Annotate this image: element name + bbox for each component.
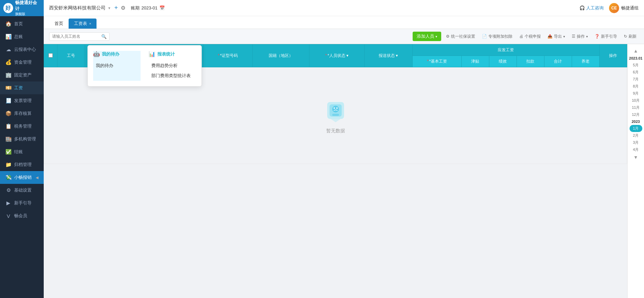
timeline-month-6[interactable]: 6月: [630, 69, 642, 76]
popup-item-dept-stats[interactable]: 部门费用类型统计表: [149, 71, 196, 81]
timeline-month-3[interactable]: 3月: [630, 139, 642, 146]
add-employee-button[interactable]: 添加人员 ▾: [413, 32, 441, 41]
sidebar-item-multi-org[interactable]: 🏬 多机构管理: [0, 133, 44, 145]
special-deduction-btn[interactable]: 📄 专项附加扣除: [480, 32, 515, 41]
svg-point-4: [334, 107, 335, 109]
settings-gear-icon[interactable]: ⚙: [121, 5, 125, 11]
logo-icon: 好: [3, 3, 13, 13]
timeline-month-12[interactable]: 12月: [630, 111, 642, 118]
timeline-month-10[interactable]: 10月: [630, 97, 642, 104]
content-area: 🔍 添加人员 ▾ ⚙ 统一社保设置 📄 专项附加扣除 🖨 个税申报: [44, 29, 644, 298]
popup-col-reports: 📊 报表统计 费用趋势分析 部门费用类型统计表: [149, 51, 196, 81]
report-filter-icon[interactable]: ▾: [396, 53, 398, 58]
main-area: 西安虾米网络科技有限公司 ▾ + ⚙ 账期 2023-01 📅 🎧 人工咨询 C…: [44, 0, 644, 298]
refresh-btn[interactable]: ↻ 刷新: [622, 32, 639, 41]
svg-point-5: [336, 107, 338, 109]
vip-icon: V: [5, 213, 11, 219]
search-box[interactable]: 🔍: [49, 32, 110, 41]
sidebar-item-expense[interactable]: 💸 小畅报销 ◀: [0, 171, 44, 184]
timeline-month-4[interactable]: 4月: [630, 146, 642, 153]
operation-btn[interactable]: ☰ 操作 ▾: [570, 32, 590, 41]
sidebar-item-close-period[interactable]: ✅ 结账: [0, 145, 44, 158]
timeline-down-btn[interactable]: ▼: [632, 153, 640, 161]
add-company-button[interactable]: +: [114, 4, 118, 11]
status-filter-icon[interactable]: ▾: [346, 53, 348, 58]
sidebar-item-guide[interactable]: ▶ 新手引导: [0, 197, 44, 209]
ledger-icon: 📊: [5, 34, 11, 40]
salary-icon: 💴: [5, 85, 11, 91]
popup-col-todo-header: 🤖 我的待办: [93, 51, 141, 57]
export-icon: 📤: [547, 34, 553, 39]
calendar-icon[interactable]: 📅: [159, 5, 165, 10]
sidebar-item-salary[interactable]: 💴 工资: [0, 81, 44, 94]
multi-org-icon: 🏬: [5, 136, 11, 142]
th-total: 合计: [544, 56, 572, 67]
th-nationality: 国籍（地区）: [253, 44, 309, 67]
th-checkbox[interactable]: [44, 44, 58, 67]
headphone-icon: 🎧: [579, 5, 585, 10]
popup-item-todo[interactable]: 我的待办: [93, 61, 141, 71]
tab-close-icon[interactable]: ×: [89, 22, 91, 26]
timeline-month-11[interactable]: 11月: [630, 104, 642, 111]
empty-illustration: [322, 97, 349, 124]
sidebar-nav: 🏠 首页 📊 总账 ☁ 云报表中心 💰 资金管理 🏢 固定资产 💴 工资 🧾 发…: [0, 16, 44, 298]
tax-declaration-btn[interactable]: 🖨 个税申报: [517, 32, 543, 41]
social-security-btn[interactable]: ⚙ 统一社保设置: [444, 32, 477, 41]
popup-col-reports-header: 📊 报表统计: [149, 51, 196, 57]
tax-icon: 📋: [5, 123, 11, 129]
sidebar: 好 畅捷通好会计 旗舰版 🏠 首页 📊 总账 ☁ 云报表中心 💰 资金管理 🏢 …: [0, 0, 44, 298]
search-input[interactable]: [52, 34, 99, 39]
refresh-icon: ↻: [624, 34, 627, 39]
timeline-month-5[interactable]: 5月: [630, 62, 642, 69]
th-salary-group: 应发工资: [412, 44, 599, 56]
search-icon: 🔍: [101, 34, 107, 39]
popup-col-todo: 🤖 我的待办 我的待办: [93, 51, 141, 81]
close-period-icon: ✅: [5, 149, 11, 155]
th-id: 工号: [58, 44, 85, 67]
timeline-month-1[interactable]: 1月: [630, 125, 642, 132]
sidebar-item-archive[interactable]: 📁 归档管理: [0, 158, 44, 171]
timeline-month-9[interactable]: 9月: [630, 90, 642, 97]
add-dropdown-arrow: ▾: [435, 35, 437, 38]
sidebar-item-settings[interactable]: ⚙ 基础设置: [0, 184, 44, 197]
sidebar-item-tax[interactable]: 📋 税务管理: [0, 120, 44, 133]
sidebar-item-funds[interactable]: 💰 资金管理: [0, 56, 44, 69]
company-dropdown-arrow[interactable]: ▾: [108, 6, 110, 10]
sidebar-item-ledger[interactable]: 📊 总账: [0, 30, 44, 43]
tab-salary[interactable]: 工资表 ×: [69, 19, 97, 29]
timeline-month-8[interactable]: 8月: [630, 83, 642, 90]
new-guide-btn[interactable]: ❓ 新手引导: [593, 32, 619, 41]
export-arrow: ▾: [563, 35, 565, 38]
invoice-icon: 🧾: [5, 98, 11, 104]
tax-icon2: 🖨: [519, 34, 523, 39]
sidebar-item-vip[interactable]: V 畅会员: [0, 209, 44, 222]
guide-icon: ▶: [5, 200, 11, 206]
sidebar-item-invoice[interactable]: 🧾 发票管理: [0, 94, 44, 107]
sidebar-item-assets[interactable]: 🏢 固定资产: [0, 69, 44, 81]
company-name[interactable]: 西安虾米网络科技有限公司: [49, 5, 106, 11]
sidebar-item-cloud-reports[interactable]: ☁ 云报表中心: [0, 43, 44, 56]
sidebar-item-inventory[interactable]: 📦 库存核算: [0, 107, 44, 120]
timeline-up-btn[interactable]: ▲: [632, 47, 640, 55]
th-deduction: 扣款: [517, 56, 544, 67]
svg-point-2: [332, 106, 339, 112]
export-btn[interactable]: 📤 导出 ▾: [545, 32, 567, 41]
collapse-arrow: ◀: [36, 175, 38, 180]
user-menu[interactable]: CE 畅捷通组: [609, 3, 639, 13]
period-selector[interactable]: 账期 2023-01 📅: [131, 5, 165, 11]
expense-dropdown-popup: 🤖 我的待办 我的待办 📊 报表统计 费用趋势分析 部门费用类型统计表: [87, 45, 202, 87]
customer-service-btn[interactable]: 🎧 人工咨询: [579, 5, 604, 11]
timeline-panel: ▲ 2023.01 5月 6月 7月 8月 9月 10月 11月 12月 202…: [627, 44, 644, 298]
th-pension: 养老: [572, 56, 599, 67]
assets-icon: 🏢: [5, 72, 11, 78]
special-deduction-icon: 📄: [482, 34, 487, 39]
popup-item-trend[interactable]: 费用趋势分析: [149, 61, 196, 71]
timeline-month-7[interactable]: 7月: [630, 76, 642, 83]
tab-home[interactable]: 首页: [49, 19, 69, 29]
svg-rect-3: [332, 114, 339, 116]
reports-header-icon: 📊: [149, 51, 155, 57]
select-all-checkbox[interactable]: [48, 53, 53, 58]
timeline-month-2[interactable]: 2月: [630, 132, 642, 139]
sidebar-item-home[interactable]: 🏠 首页: [0, 18, 44, 30]
inventory-icon: 📦: [5, 110, 11, 117]
